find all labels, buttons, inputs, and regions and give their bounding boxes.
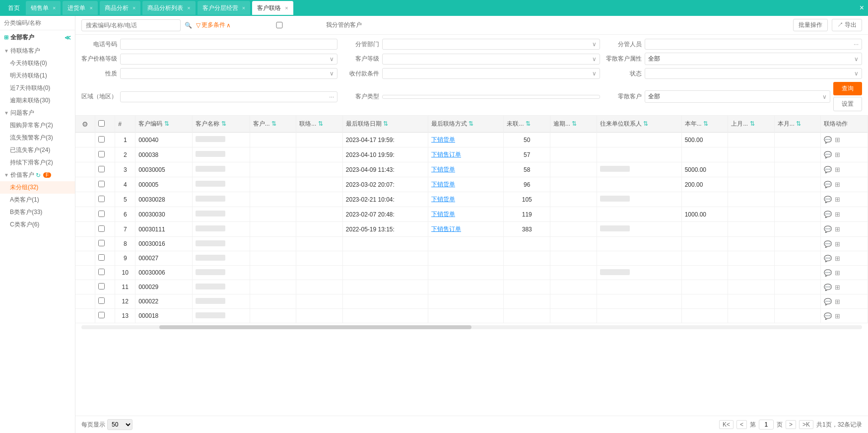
nav-tab-customer-segment[interactable]: 客户分层经营 × [198,1,250,15]
sidebar-item-overdue[interactable]: 逾期未联络(30) [0,94,75,107]
search-input[interactable] [81,19,181,31]
nav-tab-customer-contact[interactable]: 客户联络 × [252,1,293,15]
col-name[interactable]: 客户名称 ⇅ [193,116,250,133]
sidebar-pending-group[interactable]: ▼ 待联络客户 [0,45,75,57]
sidebar-item-churn-warning[interactable]: 流失预警客户(3) [0,132,75,144]
col-no-contact[interactable]: 未联... ⇅ [504,116,550,133]
sidebar-collapse-icon[interactable]: ≪ [65,34,71,41]
chat-icon[interactable]: 💬 [824,225,832,233]
nav-tab-purchase[interactable]: 进货单 × [63,1,97,15]
dept-select[interactable]: ∨ [382,39,600,50]
td-checkbox[interactable] [95,177,115,192]
col-setting[interactable]: ⚙ [75,116,95,133]
col-last-date[interactable]: 最后联络日期 ⇅ [342,116,428,133]
chat-icon[interactable]: 💬 [824,284,832,291]
nav-tab-analysis-list-close[interactable]: × [187,5,190,11]
last-method-link[interactable]: 下销售订单 [431,225,461,232]
grid-action-icon[interactable]: ⊞ [835,284,840,291]
chat-icon[interactable]: 💬 [824,136,832,144]
grid-action-icon[interactable]: ⊞ [835,181,840,188]
sidebar-all-customers[interactable]: ⊞ 全部客户 ≪ [0,30,75,45]
col-this-year[interactable]: 本年... ⇅ [681,116,728,133]
grid-action-icon[interactable]: ⊞ [835,255,840,262]
next-page-button[interactable]: > [786,420,796,429]
page-number-input[interactable] [759,420,774,430]
grid-action-icon[interactable]: ⊞ [835,225,840,233]
td-checkbox[interactable] [95,222,115,237]
grid-action-icon[interactable]: ⊞ [835,211,840,218]
chat-icon[interactable]: 💬 [824,166,832,173]
manager-select[interactable]: ··· [645,39,862,50]
chat-icon[interactable]: 💬 [824,240,832,248]
row-checkbox[interactable] [98,136,105,143]
grid-action-icon[interactable]: ⊞ [835,151,840,158]
filter-more-button[interactable]: ▽ 更多条件 ∧ [196,21,231,29]
col-code[interactable]: 客户编码 ⇅ [135,116,193,133]
row-checkbox[interactable] [98,181,105,187]
td-checkbox[interactable] [95,266,115,280]
td-checkbox[interactable] [95,147,115,162]
grid-action-icon[interactable]: ⊞ [835,136,840,144]
grid-action-icon[interactable]: ⊞ [835,298,840,305]
row-checkbox[interactable] [98,196,105,202]
last-method-link[interactable]: 下销货单 [431,211,455,217]
sidebar-item-tomorrow[interactable]: 明天待联络(1) [0,70,75,82]
nav-home[interactable]: 首页 [4,4,24,12]
col-last-month[interactable]: 上月... ⇅ [728,116,775,133]
td-checkbox[interactable] [95,294,115,309]
window-close-button[interactable]: × [860,3,864,12]
grid-action-icon[interactable]: ⊞ [835,240,840,248]
export-button[interactable]: ↗ 导出 [832,19,862,31]
row-checkbox[interactable] [98,166,105,172]
score-refresh-icon[interactable]: ↻ [36,172,41,179]
last-method-link[interactable]: 下销货单 [431,136,455,143]
nav-tab-analysis[interactable]: 商品分析 × [100,1,140,15]
sidebar-problem-group[interactable]: ▼ 问题客户 [0,107,75,119]
sidebar-item-7days[interactable]: 近7天待联络(0) [0,82,75,94]
filter-search-icon[interactable]: 🔍 [185,22,192,29]
last-method-link[interactable]: 下销货单 [431,181,455,188]
nav-tab-customer-contact-close[interactable]: × [285,5,288,11]
col-overdue[interactable]: 逾期... ⇅ [550,116,597,133]
prev-page-button[interactable]: < [736,420,747,429]
last-method-link[interactable]: 下销售订单 [431,151,461,158]
sidebar-score-group[interactable]: ▼ 价值客户 ↻ F [0,169,75,181]
sidebar-item-ungroup[interactable]: 未分组(32) [0,181,75,194]
td-checkbox[interactable] [95,280,115,294]
chat-icon[interactable]: 💬 [824,269,832,277]
col-type[interactable]: 客户... ⇅ [250,116,296,133]
td-checkbox[interactable] [95,237,115,251]
chat-icon[interactable]: 💬 [824,151,832,158]
sidebar-search-input[interactable] [4,19,75,26]
row-checkbox[interactable] [98,297,105,304]
chat-icon[interactable]: 💬 [824,196,832,203]
chat-icon[interactable]: 💬 [824,298,832,305]
grid-action-icon[interactable]: ⊞ [835,312,840,320]
col-contact[interactable]: 联络... ⇅ [296,116,343,133]
last-method-link[interactable]: 下销货单 [431,166,455,173]
region-select[interactable]: ··· [120,91,337,102]
chat-icon[interactable]: 💬 [824,312,832,320]
retail-attr-select[interactable]: 全部 ∨ [645,53,862,65]
td-checkbox[interactable] [95,251,115,266]
col-checkbox[interactable] [95,116,115,133]
sidebar-item-c-class[interactable]: C类客户(6) [0,218,75,231]
col-last-method[interactable]: 最后联络方式 ⇅ [428,116,504,133]
col-this-month[interactable]: 本月... ⇅ [774,116,821,133]
row-checkbox[interactable] [98,283,105,289]
customer-type-select[interactable] [382,95,600,99]
price-level-select[interactable]: ∨ [120,54,337,65]
nav-tab-analysis-close[interactable]: × [133,5,135,11]
my-customers-checkbox[interactable] [235,22,324,28]
sidebar-item-today[interactable]: 今天待联络(0) [0,57,75,70]
row-checkbox[interactable] [98,269,105,275]
row-checkbox[interactable] [98,312,105,318]
scrollbar-thumb[interactable] [159,325,471,329]
sidebar-item-a-class[interactable]: A类客户(1) [0,194,75,206]
td-checkbox[interactable] [95,192,115,207]
nav-tab-analysis-list[interactable]: 商品分析列表 × [142,1,195,15]
td-checkbox[interactable] [95,309,115,323]
sidebar-item-hoarding[interactable]: 囤购异常客户(2) [0,119,75,132]
horizontal-scrollbar[interactable] [81,325,862,329]
row-checkbox[interactable] [98,254,105,261]
